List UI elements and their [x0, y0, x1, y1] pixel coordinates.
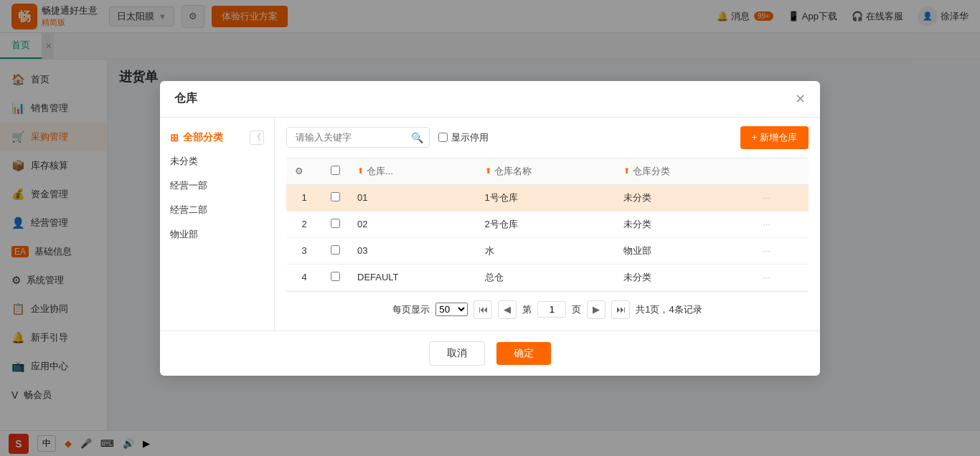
page-next-btn[interactable]: ▶ [587, 300, 606, 319]
category-header: ⊞ 全部分类 《 [160, 126, 274, 149]
all-categories-label[interactable]: ⊞ 全部分类 [170, 131, 223, 144]
td-check-3 [322, 264, 349, 290]
all-categories-text: 全部分类 [183, 131, 223, 144]
show-disabled-label: 显示停用 [451, 131, 489, 144]
td-check-1 [322, 211, 349, 237]
td-category-0: 未分类 [615, 184, 754, 211]
modal-close-button[interactable]: ✕ [795, 91, 806, 107]
td-check-0 [322, 184, 349, 211]
td-row-num: 4 [286, 264, 322, 290]
page-label: 第 [522, 303, 532, 316]
category-panel: ⊞ 全部分类 《 未分类 经营一部 经营二部 物业部 [160, 118, 275, 331]
category-item-dept1[interactable]: 经营一部 [160, 174, 274, 198]
modal-footer: 取消 确定 [160, 331, 820, 376]
table-container: ⚙ ⬆ 仓库... ⬆ [286, 158, 809, 291]
td-name-1: 2号仓库 [476, 211, 616, 237]
table-row[interactable]: 3 03 水 物业部 ··· [286, 237, 809, 264]
td-name-2: 水 [476, 237, 616, 264]
warehouse-table: ⚙ ⬆ 仓库... ⬆ [286, 158, 809, 291]
search-input-wrap: 🔍 [286, 127, 430, 148]
page-suffix: 页 [572, 303, 581, 316]
table-row[interactable]: 4 DEFAULT 总仓 未分类 ··· [286, 264, 809, 290]
per-page-select[interactable]: 50 20 100 [435, 303, 468, 316]
sort-icon-name: ⬆ [485, 166, 491, 176]
modal-body: ⊞ 全部分类 《 未分类 经营一部 经营二部 物业部 🔍 [160, 118, 820, 331]
row-checkbox-0[interactable] [331, 192, 340, 201]
select-all-checkbox[interactable] [331, 166, 340, 175]
show-disabled-checkbox[interactable] [438, 133, 448, 142]
category-item-unclassified[interactable]: 未分类 [160, 149, 274, 174]
total-info: 共1页，4条记录 [636, 303, 702, 316]
td-more-1[interactable]: ··· [754, 211, 809, 237]
td-row-num: 3 [286, 237, 322, 264]
page-number-input[interactable] [537, 301, 566, 318]
cancel-button[interactable]: 取消 [429, 341, 485, 366]
td-name-3: 总仓 [476, 264, 616, 290]
category-item-dept2[interactable]: 经营二部 [160, 198, 274, 222]
page-first-btn[interactable]: ⏮ [473, 300, 492, 319]
page-prev-btn[interactable]: ◀ [498, 300, 517, 319]
pagination: 每页显示 50 20 100 ⏮ ◀ 第 页 ▶ ⏭ 共1页，4条记录 [286, 291, 809, 322]
table-toolbar: 🔍 显示停用 + 新增仓库 [286, 126, 809, 149]
table-header-row: ⚙ ⬆ 仓库... ⬆ [286, 158, 809, 184]
th-name: ⬆ 仓库名称 [476, 158, 616, 184]
td-row-num: 2 [286, 211, 322, 237]
td-check-2 [322, 237, 349, 264]
th-check [322, 158, 349, 184]
td-code-3: DEFAULT [349, 264, 476, 290]
td-more-2[interactable]: ··· [754, 237, 809, 264]
show-disabled-toggle[interactable]: 显示停用 [438, 131, 489, 144]
table-row[interactable]: 1 01 1号仓库 未分类 ··· [286, 184, 809, 211]
td-category-3: 未分类 [615, 264, 754, 290]
grid-icon: ⊞ [170, 132, 179, 143]
td-more-3[interactable]: ··· [754, 264, 809, 290]
search-icon: 🔍 [411, 132, 423, 143]
th-code: ⬆ 仓库... [349, 158, 476, 184]
td-code-0: 01 [349, 184, 476, 211]
per-page-label: 每页显示 [392, 303, 430, 316]
category-item-property[interactable]: 物业部 [160, 222, 274, 247]
td-name-0: 1号仓库 [476, 184, 616, 211]
th-settings: ⚙ [286, 158, 322, 184]
sort-icon: ⬆ [357, 166, 364, 176]
search-input[interactable] [293, 128, 411, 147]
td-row-num: 1 [286, 184, 322, 211]
page-last-btn[interactable]: ⏭ [611, 300, 630, 319]
td-category-2: 物业部 [615, 237, 754, 264]
table-row[interactable]: 2 02 2号仓库 未分类 ··· [286, 211, 809, 237]
warehouse-modal: 仓库 ✕ ⊞ 全部分类 《 未分类 经营一部 经营二部 物业部 [160, 81, 820, 376]
td-category-1: 未分类 [615, 211, 754, 237]
td-more-0[interactable]: ··· [754, 184, 809, 211]
row-checkbox-2[interactable] [331, 245, 340, 255]
table-body: 1 01 1号仓库 未分类 ··· 2 02 2号仓库 未分类 ··· 3 03… [286, 184, 809, 290]
td-code-2: 03 [349, 237, 476, 264]
row-checkbox-1[interactable] [331, 219, 340, 228]
confirm-button[interactable]: 确定 [496, 342, 551, 365]
category-collapse-btn[interactable]: 《 [250, 130, 264, 145]
modal-overlay: 仓库 ✕ ⊞ 全部分类 《 未分类 经营一部 经营二部 物业部 [0, 0, 980, 456]
th-actions [754, 158, 809, 184]
sort-icon-cat: ⬆ [623, 166, 630, 176]
modal-header: 仓库 ✕ [160, 81, 820, 118]
row-checkbox-3[interactable] [331, 272, 340, 281]
add-warehouse-button[interactable]: + 新增仓库 [740, 126, 809, 149]
table-panel: 🔍 显示停用 + 新增仓库 ⚙ [275, 118, 820, 331]
td-code-1: 02 [349, 211, 476, 237]
th-category: ⬆ 仓库分类 [615, 158, 754, 184]
modal-title: 仓库 [174, 91, 197, 106]
